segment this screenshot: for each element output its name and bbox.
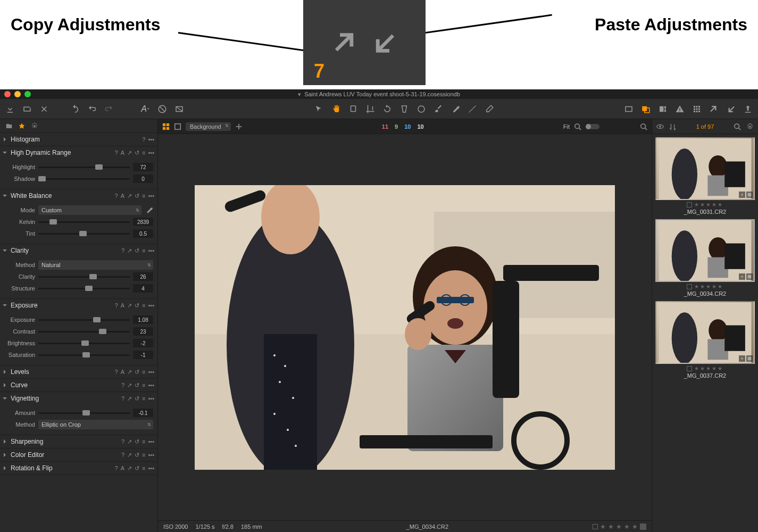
crop-tool-icon[interactable] bbox=[365, 104, 375, 114]
menu-icon[interactable]: ≡ bbox=[142, 465, 145, 471]
help-icon[interactable]: ? bbox=[115, 465, 118, 471]
menu-icon[interactable]: ≡ bbox=[142, 395, 145, 402]
image-canvas[interactable] bbox=[158, 134, 652, 520]
copy-icon[interactable]: ↗ bbox=[127, 193, 132, 200]
view-primary-icon[interactable] bbox=[658, 104, 668, 114]
highlight-slider[interactable] bbox=[38, 163, 130, 171]
spot-tool-icon[interactable] bbox=[417, 104, 426, 114]
exposure-slider[interactable] bbox=[38, 316, 130, 323]
dots-icon[interactable]: ••• bbox=[148, 247, 154, 254]
thumbnail-image[interactable] bbox=[655, 219, 755, 282]
auto-icon[interactable]: A bbox=[121, 149, 124, 156]
hdr-header[interactable]: High Dynamic Range ? A ↗ ↺ ≡ ••• bbox=[0, 146, 157, 159]
structure-slider[interactable] bbox=[38, 285, 130, 292]
maximize-window-button[interactable] bbox=[24, 91, 31, 97]
structure-value[interactable]: 4 bbox=[133, 284, 153, 293]
thumbnail-image[interactable] bbox=[655, 301, 755, 364]
add-variant-icon[interactable] bbox=[235, 123, 243, 130]
shadow-slider[interactable] bbox=[38, 175, 130, 182]
sort-icon[interactable] bbox=[669, 123, 677, 130]
thumb-checkbox[interactable] bbox=[687, 284, 692, 289]
clarity-slider[interactable] bbox=[38, 273, 130, 280]
upload-icon[interactable] bbox=[743, 104, 753, 114]
search-icon[interactable] bbox=[640, 123, 647, 130]
help-icon[interactable]: ? bbox=[115, 369, 118, 375]
kelvin-slider[interactable] bbox=[38, 218, 130, 226]
help-icon[interactable]: ? bbox=[121, 438, 124, 445]
dots-icon[interactable]: ••• bbox=[148, 438, 154, 445]
dots-icon[interactable]: ••• bbox=[148, 149, 154, 156]
reset-icon[interactable]: ↺ bbox=[135, 193, 139, 200]
variant-dropdown[interactable]: Background⇅ bbox=[186, 122, 231, 131]
copy-icon[interactable]: ↗ bbox=[127, 438, 132, 445]
styles-icon[interactable] bbox=[174, 104, 184, 114]
browser-search-icon[interactable] bbox=[734, 123, 741, 130]
contrast-value[interactable]: 23 bbox=[133, 327, 153, 336]
delete-icon[interactable] bbox=[39, 104, 49, 114]
reset-icon[interactable]: ↺ bbox=[135, 149, 139, 156]
histogram-header[interactable]: Histogram ? ••• bbox=[0, 133, 157, 146]
dots-icon[interactable]: ••• bbox=[148, 382, 154, 388]
menu-icon[interactable]: ≡ bbox=[142, 193, 145, 199]
view-single-icon[interactable] bbox=[624, 104, 634, 114]
library-tab-icon[interactable] bbox=[5, 122, 13, 130]
copy-icon[interactable]: ↗ bbox=[127, 395, 132, 402]
shadow-value[interactable]: 0 bbox=[133, 174, 153, 183]
highlight-value[interactable]: 72 bbox=[133, 163, 153, 171]
brightness-value[interactable]: -2 bbox=[133, 339, 153, 347]
reset-icon[interactable]: ↺ bbox=[135, 247, 139, 254]
auto-icon[interactable]: A bbox=[121, 302, 124, 309]
copy-icon[interactable]: ↗ bbox=[127, 149, 132, 156]
paste-adjustments-button[interactable] bbox=[726, 104, 736, 114]
thumb-rating[interactable]: ★★★★★ bbox=[694, 284, 723, 289]
exposure-value[interactable]: 1.08 bbox=[133, 315, 153, 324]
rotate-tool-icon[interactable] bbox=[382, 104, 392, 114]
view-multi-icon[interactable] bbox=[641, 104, 651, 114]
vignette-method-dropdown[interactable]: Elliptic on Crop⇅ bbox=[38, 420, 153, 429]
saturation-value[interactable]: -1 bbox=[133, 351, 153, 359]
browser-settings-icon[interactable] bbox=[746, 123, 754, 130]
grid-view-icon[interactable] bbox=[162, 123, 170, 130]
help-icon[interactable]: ? bbox=[121, 247, 124, 254]
copy-icon[interactable]: ↗ bbox=[127, 382, 132, 389]
brightness-slider[interactable] bbox=[38, 339, 130, 347]
eye-icon[interactable] bbox=[656, 123, 664, 130]
eraser-tool-icon[interactable] bbox=[485, 104, 494, 114]
menu-icon[interactable]: ≡ bbox=[142, 302, 145, 309]
window-controls[interactable] bbox=[0, 89, 31, 99]
select-tool-icon[interactable] bbox=[314, 104, 324, 114]
dots-icon[interactable]: ••• bbox=[148, 136, 154, 143]
help-icon[interactable]: ? bbox=[121, 395, 124, 402]
disable-adjustments-icon[interactable] bbox=[157, 104, 167, 114]
auto-icon[interactable]: A bbox=[121, 369, 124, 375]
thumb-rating[interactable]: ★★★★★ bbox=[694, 365, 723, 371]
vignette-amount-slider[interactable] bbox=[38, 409, 130, 417]
thumbnail-item[interactable]: ★★★★★ _MG_0031.CR2 bbox=[655, 137, 755, 215]
help-icon[interactable]: ? bbox=[142, 136, 145, 143]
thumb-checkbox[interactable] bbox=[687, 366, 692, 371]
help-icon[interactable]: ? bbox=[121, 452, 124, 458]
import-icon[interactable] bbox=[5, 104, 15, 114]
dots-icon[interactable]: ••• bbox=[148, 465, 154, 471]
undo-step-icon[interactable] bbox=[87, 104, 97, 114]
help-icon[interactable]: ? bbox=[115, 193, 118, 199]
reset-icon[interactable]: ↺ bbox=[135, 382, 139, 389]
settings-tab-icon[interactable] bbox=[31, 122, 38, 130]
loupe-tool-icon[interactable] bbox=[348, 104, 358, 114]
reset-icon[interactable]: ↺ bbox=[135, 452, 139, 459]
menu-icon[interactable]: ≡ bbox=[142, 438, 145, 445]
reset-icon[interactable]: ↺ bbox=[135, 465, 139, 472]
menu-icon[interactable]: ≡ bbox=[142, 247, 145, 254]
undo-icon[interactable] bbox=[70, 104, 80, 114]
color-editor-header[interactable]: Color Editor?↗↺≡••• bbox=[0, 448, 157, 461]
exposure-header[interactable]: Exposure ?A↗↺≡••• bbox=[0, 299, 157, 312]
reset-icon[interactable]: ↺ bbox=[135, 302, 139, 309]
minimize-window-button[interactable] bbox=[14, 91, 21, 97]
dots-icon[interactable]: ••• bbox=[148, 302, 154, 309]
tint-value[interactable]: 0.5 bbox=[133, 229, 153, 238]
export-icon[interactable] bbox=[22, 104, 32, 114]
rotation-header[interactable]: Rotation & Flip?A↗↺≡••• bbox=[0, 462, 157, 475]
select-checkbox[interactable] bbox=[593, 524, 598, 529]
redo-step-icon[interactable] bbox=[104, 104, 114, 114]
vignetting-header[interactable]: Vignetting?↗↺≡••• bbox=[0, 392, 157, 405]
